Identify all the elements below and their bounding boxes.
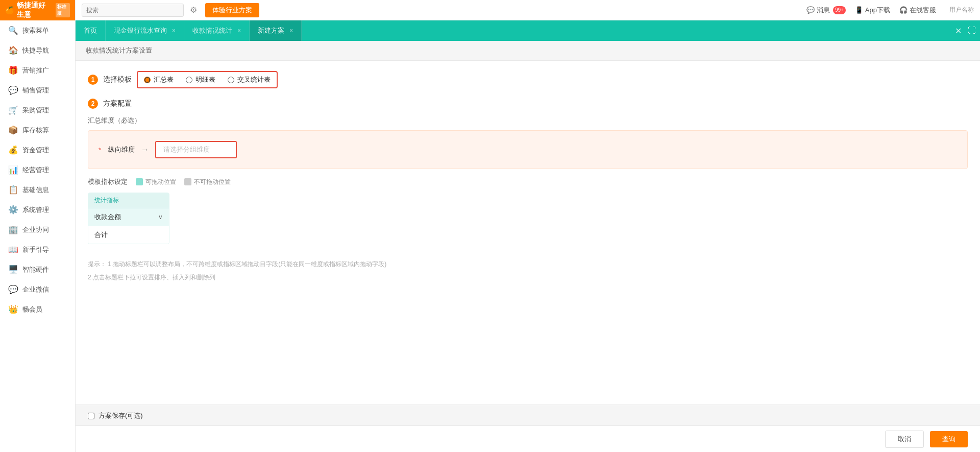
cancel-button[interactable]: 取消	[885, 431, 924, 448]
search-input[interactable]	[82, 4, 184, 17]
dimension-area: * 纵向维度 → 请选择分组维度	[88, 130, 968, 169]
step1-header: 1 选择模板 汇总表 明细表 交叉统计表	[88, 71, 968, 88]
sidebar-item-member[interactable]: 👑 畅会员	[0, 299, 75, 319]
sidebar-item-sales[interactable]: 💬 销售管理	[0, 80, 75, 100]
sidebar-item-wechat[interactable]: 💬 企业微信	[0, 279, 75, 299]
footer-save: 方案保存(可选)	[76, 405, 980, 425]
dimension-select-placeholder: 请选择分组维度	[163, 145, 210, 154]
sidebar-item-search-menu[interactable]: 🔍 搜索菜单	[0, 20, 75, 40]
radio-cross-input[interactable]	[228, 77, 234, 83]
tab-new-plan-label: 新建方案	[258, 26, 284, 35]
fixed-box	[184, 178, 191, 185]
sidebar-item-label: 采购管理	[22, 106, 49, 115]
indicator-dropdown-btn[interactable]: ∨	[158, 213, 163, 221]
tab-new-plan[interactable]: 新建方案 ×	[250, 20, 302, 41]
sidebar-item-label: 新手引导	[22, 245, 49, 254]
user-label: 用户名称	[949, 6, 974, 14]
marketing-icon: 🎁	[8, 65, 18, 75]
step1-label: 选择模板	[103, 75, 132, 84]
sidebar-item-guide[interactable]: 📖 新手引导	[0, 240, 75, 259]
step2-label: 方案配置	[103, 99, 132, 108]
tip-1: 提示： 1.拖动标题栏可以调整布局，不可跨维度或指标区域拖动目字段(只能在同一维…	[88, 258, 968, 270]
sidebar-item-label: 系统管理	[22, 205, 49, 215]
sidebar: 🍊 畅捷通好生意 标准版 🔍 搜索菜单 🏠 快捷导航 🎁 营销推广 💬 销售管理…	[0, 0, 76, 452]
page-main: 1 选择模板 汇总表 明细表 交叉统计表	[76, 61, 980, 405]
radio-detail-label: 明细表	[195, 75, 215, 84]
service-label: 在线客服	[910, 6, 936, 15]
guide-icon: 📖	[8, 245, 18, 254]
topbar: ⚙ 体验行业方案 💬 消息 99+ 📱 App下载 🎧 在线客服 用户名称	[76, 0, 980, 20]
sidebar-item-label: 库存核算	[22, 126, 49, 135]
legend-fixed-label: 不可拖动位置	[194, 178, 231, 186]
radio-summary[interactable]: 汇总表	[144, 75, 174, 84]
sidebar-item-inventory[interactable]: 📦 库存核算	[0, 120, 75, 140]
messages-item[interactable]: 💬 消息 99+	[806, 6, 846, 15]
basic-info-icon: 📋	[8, 185, 18, 195]
dimension-select[interactable]: 请选择分组维度	[155, 141, 237, 158]
sidebar-item-capital[interactable]: 💰 资金管理	[0, 140, 75, 160]
tab-close-all[interactable]: ✕	[955, 26, 962, 36]
action-bar: 取消 查询	[76, 425, 980, 452]
sidebar-item-label: 畅会员	[22, 305, 42, 314]
trial-button[interactable]: 体验行业方案	[205, 3, 259, 17]
service-icon: 🎧	[899, 6, 908, 14]
tab-maximize[interactable]: ⛶	[968, 26, 976, 35]
sidebar-item-purchase[interactable]: 🛒 采购管理	[0, 100, 75, 120]
sidebar-item-quick-nav[interactable]: 🏠 快捷导航	[0, 40, 75, 60]
main-area: ⚙ 体验行业方案 💬 消息 99+ 📱 App下载 🎧 在线客服 用户名称 首页…	[76, 0, 980, 452]
tab-bank-flow-close[interactable]: ×	[172, 27, 176, 34]
tips-section: 提示： 1.拖动标题栏可以调整布局，不可跨维度或指标区域拖动目字段(只能在同一维…	[88, 258, 968, 283]
sidebar-item-operation[interactable]: 📊 经营管理	[0, 160, 75, 180]
tab-home-label: 首页	[84, 26, 97, 35]
sidebar-item-system[interactable]: ⚙️ 系统管理	[0, 200, 75, 220]
sidebar-item-basic-info[interactable]: 📋 基础信息	[0, 180, 75, 200]
tab-new-plan-close[interactable]: ×	[289, 27, 293, 34]
content-area: 收款情况统计方案设置 1 选择模板 汇总表 明细表	[76, 41, 980, 425]
app-icon: 📱	[855, 6, 863, 14]
indicator-table-cell[interactable]: 收款金额 ∨	[88, 208, 169, 226]
dimension-row: * 纵向维度 → 请选择分组维度	[99, 141, 957, 158]
radio-summary-input[interactable]	[144, 77, 151, 83]
indicator-table-header: 统计指标	[88, 193, 169, 208]
tip-2: 2.点击标题栏下拉可设置排序、插入列和删除列	[88, 271, 968, 283]
tabs-controls: ✕ ⛶	[955, 26, 980, 36]
tab-bank-flow-label: 现金银行流水查询	[114, 26, 167, 35]
search-menu-icon: 🔍	[8, 26, 18, 35]
operation-icon: 📊	[8, 165, 18, 175]
system-icon: ⚙️	[8, 205, 18, 215]
arrow-icon: →	[141, 145, 149, 154]
tab-collection-stats-close[interactable]: ×	[237, 27, 241, 34]
sidebar-item-smart-hw[interactable]: 🖥️ 智能硬件	[0, 259, 75, 279]
tab-home[interactable]: 首页	[76, 20, 106, 41]
legend-draggable: 可拖动位置	[136, 178, 176, 186]
topbar-right: 💬 消息 99+ 📱 App下载 🎧 在线客服 用户名称	[806, 6, 974, 15]
indicator-settings-label: 模板指标设定 可拖动位置 不可拖动位置	[88, 177, 968, 186]
sales-icon: 💬	[8, 85, 18, 95]
radio-cross[interactable]: 交叉统计表	[228, 75, 271, 84]
capital-icon: 💰	[8, 145, 18, 155]
tab-bank-flow[interactable]: 现金银行流水查询 ×	[106, 20, 184, 41]
tab-collection-stats-label: 收款情况统计	[192, 26, 232, 35]
wechat-icon: 💬	[8, 284, 18, 294]
online-service-item[interactable]: 🎧 在线客服	[899, 6, 936, 15]
smart-hw-icon: 🖥️	[8, 265, 18, 274]
indicator-subtotal: 合计	[88, 226, 169, 244]
tab-bar: 首页 现金银行流水查询 × 收款情况统计 × 新建方案 × ✕ ⛶	[76, 20, 980, 41]
query-button[interactable]: 查询	[930, 431, 968, 447]
sidebar-item-enterprise[interactable]: 🏢 企业协同	[0, 220, 75, 240]
step2-header: 2 方案配置	[88, 99, 968, 109]
radio-cross-label: 交叉统计表	[237, 75, 271, 84]
app-download-item[interactable]: 📱 App下载	[855, 6, 890, 15]
settings-icon[interactable]: ⚙	[190, 5, 197, 15]
radio-detail[interactable]: 明细表	[186, 75, 215, 84]
tab-collection-stats[interactable]: 收款情况统计 ×	[184, 20, 250, 41]
app-label: App下载	[865, 6, 890, 15]
sidebar-item-marketing[interactable]: 🎁 营销推广	[0, 60, 75, 80]
step1-num: 1	[88, 75, 98, 85]
save-checkbox[interactable]	[88, 413, 94, 419]
radio-detail-input[interactable]	[186, 77, 192, 83]
sidebar-item-label: 企业微信	[22, 285, 49, 294]
legend-draggable-label: 可拖动位置	[145, 178, 176, 186]
indicator-cell-label: 收款金额	[94, 212, 121, 222]
inventory-icon: 📦	[8, 125, 18, 135]
